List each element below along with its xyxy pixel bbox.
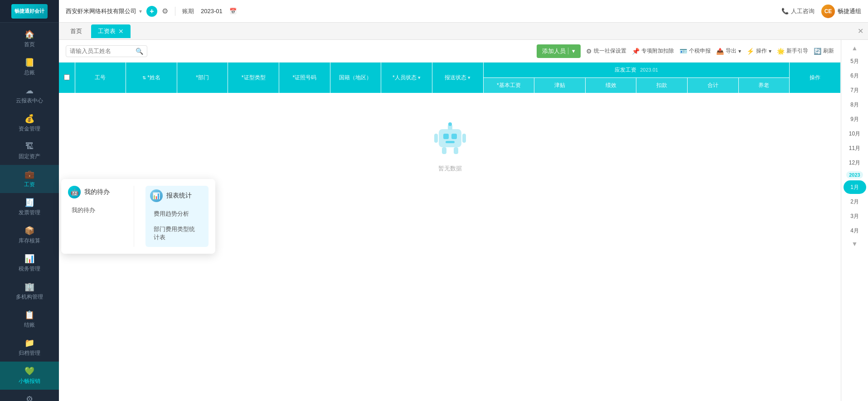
month-panel-up-icon[interactable]: ▲ (849, 42, 860, 54)
svg-rect-0 (439, 129, 461, 147)
popup-left-header-icon: 🤖 (68, 186, 81, 198)
month-9-2022[interactable]: 9月 (844, 112, 866, 126)
year-2023-label: 2023 (846, 171, 863, 179)
svg-rect-2 (451, 134, 457, 139)
sidebar-item-basic-settings[interactable]: ⚙ 基础设置 (0, 390, 59, 401)
empty-robot-illustration (432, 120, 468, 158)
th-nationality: 国籍（地区） (330, 63, 381, 93)
popup-item-my-pending[interactable]: 我的待办 (68, 204, 122, 216)
sidebar-item-fund[interactable]: 💰 资金管理 (0, 109, 59, 137)
topbar-right: 📞 人工咨询 CE 畅捷通组 (781, 5, 861, 18)
sidebar-item-close[interactable]: 📋 结账 (0, 305, 59, 333)
topbar-add-button[interactable]: + (146, 6, 157, 17)
popup-item-dept-expense[interactable]: 部门费用类型统计表 (150, 223, 204, 243)
user-support[interactable]: 📞 人工咨询 (781, 7, 815, 15)
individual-tax-icon: 🪪 (679, 48, 687, 55)
export-action[interactable]: 📤 导出 ▾ (716, 47, 741, 55)
cloud-icon: ☁ (25, 86, 34, 96)
month-5-2022[interactable]: 5月 (844, 54, 866, 68)
topbar: 西安虾米网络科技有限公司 ▾ + ⚙ 账期 2023-01 📅 📞 人工咨询 C… (59, 0, 868, 23)
th-id-number: *证照号码 (279, 63, 330, 93)
month-11-2022[interactable]: 11月 (844, 141, 866, 155)
individual-tax-action[interactable]: 🪪 个税申报 (679, 47, 711, 55)
calendar-icon[interactable]: 📅 (229, 8, 237, 14)
sidebar-item-cloud-reports[interactable]: ☁ 云报表中心 (0, 81, 59, 109)
sidebar-item-home[interactable]: 🏠 首页 (0, 25, 59, 53)
tab-salary[interactable]: 工资表 ✕ (91, 24, 131, 38)
th-name: ⇅ *姓名 (126, 63, 177, 93)
user-avatar-wrapper[interactable]: CE 畅捷通组 (821, 5, 861, 18)
popup-row: 🤖 我的待办 我的待办 📊 报表统计 费用趋势分析 部门费用类型统计表 (68, 186, 209, 247)
popup-item-expense-trend[interactable]: 费用趋势分析 (150, 208, 204, 220)
month-panel-down-icon[interactable]: ▼ (849, 238, 860, 250)
sidebar-item-invoice[interactable]: 🧾 发票管理 (0, 193, 59, 221)
social-security-action[interactable]: ⚙ 统一社保设置 (586, 47, 626, 55)
svg-rect-9 (454, 147, 458, 154)
sidebar-item-salary[interactable]: 💼 工资 (0, 165, 59, 193)
toolbar-actions: 添加人员 ▾ ⚙ 统一社保设置 📌 专项附加扣除 🪪 (537, 44, 834, 58)
search-icon[interactable]: 🔍 (136, 48, 143, 55)
new-guide-action[interactable]: 🌟 新手引导 (777, 47, 808, 55)
th-deduction: 扣款 (636, 78, 688, 93)
operations-action[interactable]: ⚡ 操作 ▾ (747, 47, 771, 55)
tab-bar-close-icon[interactable]: ✕ (858, 27, 863, 35)
month-4-2023[interactable]: 4月 (844, 224, 866, 237)
svg-rect-6 (434, 134, 438, 143)
month-2-2023[interactable]: 2月 (844, 195, 866, 208)
select-all-checkbox[interactable] (64, 74, 70, 80)
th-personnel-status: *人员状态 ▾ (381, 63, 432, 93)
month-3-2023[interactable]: 3月 (844, 209, 866, 223)
svg-rect-7 (462, 134, 466, 143)
th-pension: 养老 (738, 78, 790, 93)
xiaochang-popup: 🤖 我的待办 我的待办 📊 报表统计 费用趋势分析 部门费用类型统计表 (61, 179, 215, 254)
sidebar-item-ledger[interactable]: 📒 总账 (0, 53, 59, 81)
sidebar-item-inventory[interactable]: 📦 库存核算 (0, 221, 59, 249)
add-person-button[interactable]: 添加人员 ▾ (537, 44, 581, 58)
month-8-2022[interactable]: 8月 (844, 98, 866, 111)
sidebar-item-xiaochang[interactable]: 💚 小畅报销 (0, 362, 59, 390)
th-report-status: 报送状态 ▾ (432, 63, 483, 93)
th-checkbox[interactable] (59, 63, 75, 93)
archive-icon: 📁 (24, 338, 34, 348)
guide-action-icon: 🌟 (777, 48, 785, 55)
th-payroll-group: 应发工资 2023.01 (483, 63, 790, 78)
add-person-dropdown-icon[interactable]: ▾ (568, 48, 575, 54)
sidebar-item-assets[interactable]: 🏗 固定资产 (0, 137, 59, 165)
special-deduction-action[interactable]: 📌 专项附加扣除 (632, 47, 674, 55)
month-10-2022[interactable]: 10月 (844, 127, 866, 140)
month-1-2023[interactable]: 1月 (844, 180, 866, 194)
home-icon: 🏠 (24, 29, 34, 39)
popup-right-header-title: 报表统计 (166, 192, 192, 200)
sidebar: 畅捷通好会计 🏠 首页 📒 总账 ☁ 云报表中心 💰 资金管理 🏗 (0, 0, 59, 401)
th-employee-id: 工号 (75, 63, 126, 93)
empty-text: 暂无数据 (438, 164, 462, 173)
company-name: 西安虾米网络科技有限公司 (66, 7, 136, 15)
search-input[interactable] (70, 48, 133, 54)
sidebar-item-archive[interactable]: 📁 归档管理 (0, 333, 59, 362)
sidebar-nav: 🏠 首页 📒 总账 ☁ 云报表中心 💰 资金管理 🏗 固定资产 💼 工资 (0, 23, 59, 401)
tab-bar-right: ✕ (858, 27, 863, 35)
popup-col-right: 📊 报表统计 费用趋势分析 部门费用类型统计表 (145, 186, 209, 247)
export-dropdown-icon: ▾ (738, 48, 741, 54)
svg-rect-3 (446, 141, 455, 143)
popup-right-header-icon: 📊 (150, 189, 163, 202)
sidebar-item-multi-org[interactable]: 🏢 多机构管理 (0, 277, 59, 305)
th-total: 合计 (688, 78, 739, 93)
popup-col-left: 🤖 我的待办 我的待办 (68, 186, 122, 247)
multi-org-icon: 🏢 (24, 282, 34, 292)
logo-text: 畅捷通好会计 (15, 8, 44, 14)
tab-bar: 首页 工资表 ✕ ✕ (59, 23, 868, 40)
tab-home[interactable]: 首页 (63, 24, 89, 38)
content-toolbar: 🔍 添加人员 ▾ ⚙ 统一社保设置 📌 专项附加扣除 (59, 40, 841, 63)
report-filter-icon[interactable]: ▾ (468, 75, 470, 80)
month-7-2022[interactable]: 7月 (844, 83, 866, 97)
sidebar-item-tax[interactable]: 📊 税务管理 (0, 249, 59, 277)
topbar-settings-icon[interactable]: ⚙ (162, 7, 168, 15)
personnel-filter-icon[interactable]: ▾ (418, 75, 421, 80)
tab-salary-close-icon[interactable]: ✕ (118, 28, 124, 35)
refresh-action[interactable]: 🔄 刷新 (814, 47, 834, 55)
th-id-type: *证型类型 (228, 63, 279, 93)
company-selector[interactable]: 西安虾米网络科技有限公司 ▾ (66, 7, 142, 15)
month-6-2022[interactable]: 6月 (844, 69, 866, 82)
month-12-2022[interactable]: 12月 (844, 156, 866, 169)
